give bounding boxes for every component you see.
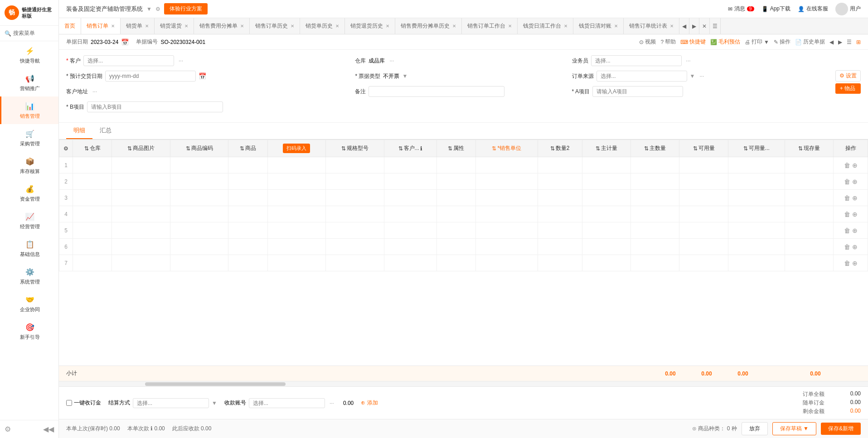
tab-home[interactable]: 首页 <box>59 18 81 34</box>
row-1-unit[interactable] <box>475 157 538 173</box>
customer-input[interactable] <box>83 55 174 66</box>
account-more-btn[interactable]: ··· <box>328 400 336 406</box>
row-2-customer-no[interactable] <box>384 173 436 190</box>
row-3-warehouse[interactable] <box>73 190 112 206</box>
add-goods-button[interactable]: + 物品 <box>835 83 861 94</box>
tab-expense-close[interactable]: ✕ <box>240 24 244 29</box>
row-1-current-stock[interactable] <box>785 157 833 173</box>
row-2-code[interactable] <box>170 173 228 190</box>
row-7-warehouse[interactable] <box>73 255 112 271</box>
row-7-delete-icon[interactable]: 🗑 <box>844 260 850 267</box>
tab-summary[interactable]: 汇总 <box>92 123 119 139</box>
tab-return-history[interactable]: 销货退货历史 ✕ <box>345 18 395 34</box>
tab-sales-receipt[interactable]: 销货单 ✕ <box>121 18 155 34</box>
row-2-main-qty[interactable] <box>631 173 679 190</box>
horizontal-scrollbar[interactable] <box>59 381 868 386</box>
help-action[interactable]: ? 帮助 <box>660 38 676 46</box>
one-click-collect-checkbox[interactable] <box>66 400 72 406</box>
save-draft-dropdown[interactable]: ▼ <box>803 425 809 432</box>
scan-button[interactable]: 扫码录入 <box>283 144 310 153</box>
row-3-copy-icon[interactable]: ⊕ <box>852 194 858 202</box>
tab-expense[interactable]: 销售费用分摊单 ✕ <box>194 18 250 34</box>
tab-cash-reconcile-close[interactable]: ✕ <box>614 24 618 29</box>
account-input[interactable] <box>249 398 325 408</box>
tab-prev-button[interactable]: ◀ <box>679 18 689 34</box>
row-4-warehouse[interactable] <box>73 206 112 222</box>
tab-sales-receipt-close[interactable]: ✕ <box>145 24 149 29</box>
row-2-product[interactable] <box>228 173 267 190</box>
tab-cash-workbench[interactable]: 钱货日清工作台 ✕ <box>518 18 573 34</box>
sidebar-item-sales[interactable]: 📊 销售管理 <box>0 96 58 124</box>
order-source-dropdown[interactable]: ▼ <box>690 73 695 79</box>
row-5-delete-icon[interactable]: 🗑 <box>844 227 850 234</box>
order-source-more-btn[interactable]: ··· <box>698 73 706 79</box>
settings-button[interactable]: ⚙ 设置 <box>835 70 861 82</box>
delivery-input[interactable] <box>105 71 196 82</box>
tab-sales-order[interactable]: 销售订单 ✕ <box>81 18 121 34</box>
row-1-code[interactable] <box>170 157 228 173</box>
row-1-attribute[interactable] <box>436 157 475 173</box>
one-click-collect-label[interactable]: 一键收订金 <box>66 399 101 407</box>
b-project-input[interactable] <box>87 101 223 112</box>
tab-next-button[interactable]: ▶ <box>689 18 699 34</box>
tab-menu-button[interactable]: ☰ <box>710 18 721 34</box>
row-5-warehouse[interactable] <box>73 222 112 239</box>
settings-icon[interactable]: ⚙ <box>155 6 160 12</box>
tab-receipt-history-close[interactable]: ✕ <box>335 24 339 29</box>
row-1-customer-no[interactable] <box>384 157 436 173</box>
row-1-main-unit[interactable] <box>582 157 630 173</box>
sidebar-item-basic-info[interactable]: 📋 基础信息 <box>0 235 58 262</box>
user-item[interactable]: 用户 <box>835 3 861 15</box>
remark-input[interactable] <box>369 86 504 97</box>
sidebar-item-enterprise[interactable]: 🤝 企业协同 <box>0 290 58 318</box>
sidebar-item-guide[interactable]: 🎯 新手引导 <box>0 318 58 345</box>
delivery-calendar-icon[interactable]: 📅 <box>199 72 206 80</box>
row-2-delete-icon[interactable]: 🗑 <box>844 178 850 185</box>
row-4-copy-icon[interactable]: ⊕ <box>852 211 858 218</box>
tab-close-all-button[interactable]: ✕ <box>699 18 710 34</box>
row-2-current-stock[interactable] <box>785 173 833 190</box>
row-6-delete-icon[interactable]: 🗑 <box>844 243 850 250</box>
sidebar-item-operations[interactable]: 📈 经营管理 <box>0 207 58 235</box>
row-1-available[interactable] <box>679 157 728 173</box>
payment-method-dropdown[interactable]: ▼ <box>212 400 217 406</box>
next-record-icon[interactable]: ▶ <box>838 39 842 45</box>
shortcut-action[interactable]: ⌨ 快捷键 <box>680 38 706 46</box>
row-2-warehouse[interactable] <box>73 173 112 190</box>
tab-receipt-history[interactable]: 销货单历史 ✕ <box>300 18 345 34</box>
staff-more-btn[interactable]: ··· <box>684 58 693 64</box>
warehouse-more-btn[interactable]: ··· <box>388 58 396 64</box>
tab-order-history-close[interactable]: ✕ <box>291 24 294 29</box>
tab-cash-workbench-close[interactable]: ✕ <box>564 24 567 29</box>
collapse-sidebar-icon[interactable]: ◀◀ <box>43 425 54 433</box>
list-view-icon[interactable]: ☰ <box>847 39 852 45</box>
row-1-product[interactable] <box>228 157 267 173</box>
app-download-item[interactable]: 📱 App下载 <box>761 5 790 13</box>
row-3-delete-icon[interactable]: 🗑 <box>844 194 850 202</box>
row-1-main-qty[interactable] <box>631 157 679 173</box>
payment-method-input[interactable] <box>133 398 209 408</box>
calendar-icon[interactable]: 📅 <box>121 39 129 46</box>
sidebar-item-system[interactable]: ⚙️ 系统管理 <box>0 262 58 290</box>
tab-sales-order-close[interactable]: ✕ <box>111 24 115 29</box>
row-4-delete-icon[interactable]: 🗑 <box>844 211 850 218</box>
sidebar-item-marketing[interactable]: 📢 营销推广 <box>0 69 58 96</box>
row-6-copy-icon[interactable]: ⊕ <box>852 243 858 250</box>
sidebar-item-quick-nav[interactable]: ⚡ 快捷导航 <box>0 41 58 69</box>
row-2-main-unit[interactable] <box>582 173 630 190</box>
invoice-dropdown-icon[interactable]: ▼ <box>402 73 407 79</box>
tab-order-history[interactable]: 销售订单历史 ✕ <box>250 18 300 34</box>
address-more-btn[interactable]: ··· <box>91 88 99 95</box>
order-source-input[interactable] <box>596 71 687 82</box>
tab-order-workbench[interactable]: 销售订单工作台 ✕ <box>462 18 518 34</box>
col-gear[interactable]: ⚙ <box>59 140 73 157</box>
row-1-image[interactable] <box>112 157 170 173</box>
tab-expense-history[interactable]: 销售费用分摊单历史 ✕ <box>395 18 462 34</box>
save-draft-button[interactable]: 保存草稿 ▼ <box>772 422 816 435</box>
search-menu-item[interactable]: 🔍 搜索菜单 <box>0 26 58 41</box>
tab-order-workbench-close[interactable]: ✕ <box>508 24 512 29</box>
row-6-warehouse[interactable] <box>73 239 112 255</box>
view-action[interactable]: ⊙ 视频 <box>639 38 656 46</box>
tab-expense-history-close[interactable]: ✕ <box>452 24 456 29</box>
dropdown-icon[interactable]: ▼ <box>146 6 152 12</box>
